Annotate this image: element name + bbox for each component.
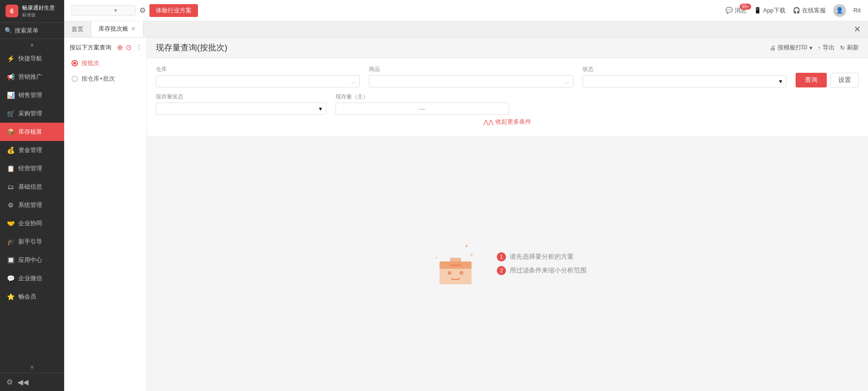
- search-btn-area: 查询 设置: [796, 73, 859, 87]
- print-icon: 🖨: [770, 44, 776, 51]
- sidebar-item-operation[interactable]: 📋经营管理: [0, 159, 64, 178]
- online-service-btn[interactable]: 🎧 在线客服: [793, 6, 826, 15]
- stock-status-input[interactable]: [160, 105, 317, 112]
- page-title: 现存量查询(按批次): [156, 42, 227, 53]
- sidebar-item-sales[interactable]: 📊销售管理: [0, 86, 64, 104]
- empty-tip-1: 1 请先选择要分析的方案: [497, 252, 587, 261]
- warehouse-input[interactable]: [160, 78, 348, 85]
- filter-item-warehouse-batch[interactable]: 按仓库+批次: [64, 71, 146, 87]
- app-download-btn[interactable]: 📱 App下载: [754, 6, 786, 15]
- settings-button[interactable]: 设置: [830, 73, 859, 87]
- stock-qty-min-input[interactable]: [340, 105, 417, 112]
- search-row-2: 现存量状态 ▾ 现存量（主） —: [156, 93, 859, 115]
- quick-nav-icon: ⚡: [6, 54, 15, 63]
- tab-bar: 首页 库存批次账 ✕ ✕: [64, 21, 868, 38]
- basic-icon: 🗂: [6, 183, 15, 191]
- content-area: 按以下方案查询 ⊕ ⊙ 《 按批次 按仓库+批次 现存量查询(按批次): [64, 38, 868, 391]
- sidebar-item-apps[interactable]: 🔲应用中心: [0, 251, 64, 269]
- status-select[interactable]: ▾: [582, 75, 786, 87]
- collapse-filter-icon[interactable]: 《: [134, 43, 141, 52]
- sidebar-item-quick-nav[interactable]: ⚡快捷导航: [0, 49, 64, 68]
- stock-status-dropdown-icon[interactable]: ▾: [319, 105, 322, 112]
- sidebar-item-label: 新手引导: [18, 238, 42, 246]
- user-icon: 👤: [836, 7, 843, 14]
- sidebar-search[interactable]: 🔍 搜索菜单: [0, 23, 64, 39]
- empty-tip-2: 2 用过滤条件来缩小分析范围: [497, 266, 587, 275]
- stock-status-select[interactable]: ▾: [156, 103, 326, 115]
- query-area: 现存量查询(按批次) 🖨 按模板打印 ▾ ↑ 导出 ↻ 刷新: [147, 38, 868, 391]
- sidebar-brand: 畅康通好生意 标准版: [22, 5, 55, 18]
- settings-icon[interactable]: ⚙: [6, 378, 13, 386]
- query-header-actions: 🖨 按模板打印 ▾ ↑ 导出 ↻ 刷新: [770, 43, 859, 52]
- warehouse-more-icon[interactable]: ...: [351, 78, 356, 85]
- sales-icon: 📊: [6, 91, 15, 99]
- print-dropdown-icon[interactable]: ▾: [809, 44, 813, 51]
- filter-panel-title: 按以下方案查询: [70, 43, 111, 52]
- collapse-sidebar-btn[interactable]: ◀◀: [17, 378, 28, 386]
- sidebar-item-basic[interactable]: 🗂基础信息: [0, 178, 64, 196]
- tab-home[interactable]: 首页: [64, 21, 91, 37]
- headset-icon: 🎧: [793, 7, 800, 14]
- experience-industry-button[interactable]: 体验行业方案: [149, 4, 198, 17]
- sidebar-item-inventory[interactable]: 📦库存核算: [0, 123, 64, 141]
- svg-text:✦: ✦: [469, 252, 474, 258]
- tab-close-icon[interactable]: ✕: [131, 26, 136, 32]
- stock-qty-max-input[interactable]: [428, 105, 505, 112]
- sidebar-item-member[interactable]: ⭐畅会员: [0, 288, 64, 306]
- export-button[interactable]: ↑ 导出: [818, 43, 835, 52]
- warehouse-input-wrap[interactable]: ...: [156, 75, 360, 87]
- message-badge: 99+: [740, 4, 751, 10]
- product-input[interactable]: [373, 78, 561, 85]
- print-button[interactable]: 🖨 按模板打印 ▾: [770, 43, 813, 52]
- status-label: 状态: [582, 65, 786, 73]
- message-icon: 💬: [725, 7, 733, 14]
- sidebar-item-label: 畅会员: [18, 293, 36, 301]
- search-row-1: 仓库 ... 商品 ...: [156, 65, 859, 87]
- sidebar-scroll-up[interactable]: ▲: [0, 39, 64, 49]
- topbar-search-input[interactable]: [76, 7, 112, 14]
- sidebar-item-newbie[interactable]: 🎓新手引导: [0, 233, 64, 251]
- search-icon: 🔍: [5, 27, 12, 34]
- filter-item-batch[interactable]: 按批次: [64, 55, 146, 71]
- purchase-icon: 🛒: [6, 109, 15, 118]
- sidebar: 6 畅康通好生意 标准版 🔍 搜索菜单 ▲ ⚡快捷导航📢营销推广📊销售管理🛒采购…: [0, 0, 64, 391]
- collapse-more-btn[interactable]: ⋀⋀ 收起更多条件: [156, 115, 859, 129]
- sidebar-item-label: 基础信息: [18, 183, 42, 191]
- sidebar-item-label: 资金管理: [18, 146, 42, 154]
- tab-batch[interactable]: 库存批次账 ✕: [91, 21, 143, 37]
- sidebar-item-wechat[interactable]: 💬企业微信: [0, 269, 64, 288]
- product-input-wrap[interactable]: ...: [369, 75, 573, 87]
- sidebar-item-label: 销售管理: [18, 91, 42, 99]
- sidebar-item-finance[interactable]: 💰资金管理: [0, 141, 64, 159]
- sidebar-item-marketing[interactable]: 📢营销推广: [0, 68, 64, 86]
- refresh-button[interactable]: ↻ 刷新: [840, 43, 859, 52]
- query-button[interactable]: 查询: [796, 73, 827, 87]
- collapse-up-icon: ⋀⋀: [483, 119, 494, 125]
- sidebar-item-system[interactable]: ⚙系统管理: [0, 196, 64, 214]
- status-dropdown-icon[interactable]: ▾: [779, 78, 782, 85]
- sidebar-item-label: 经营管理: [18, 164, 42, 173]
- svg-point-4: [448, 271, 451, 275]
- settings-filter-icon[interactable]: ⊙: [126, 43, 132, 52]
- sidebar-item-purchase[interactable]: 🛒采购管理: [0, 104, 64, 123]
- sidebar-item-enterprise[interactable]: 🤝企业协同: [0, 214, 64, 233]
- stock-qty-input-wrap[interactable]: —: [335, 103, 509, 115]
- topbar-search-box[interactable]: ▾: [71, 5, 136, 16]
- topbar-left: ▾ ⚙ 体验行业方案: [71, 4, 721, 17]
- empty-state: ✦ ✦ ✦ 1 请先选择要分析的方案 2 用过滤条件来缩小分析范围: [147, 136, 868, 391]
- add-filter-icon[interactable]: ⊕: [117, 43, 123, 52]
- member-icon: ⭐: [6, 293, 15, 301]
- sidebar-scroll-down[interactable]: ▼: [0, 362, 64, 373]
- message-btn[interactable]: 💬 消息 99+: [725, 6, 747, 15]
- search-dropdown-icon[interactable]: ▾: [114, 7, 117, 14]
- product-more-icon[interactable]: ...: [565, 78, 569, 85]
- status-input[interactable]: [587, 78, 777, 85]
- avatar[interactable]: 👤: [833, 4, 846, 17]
- tab-panel-close-btn[interactable]: ✕: [846, 24, 868, 34]
- empty-icon: ✦ ✦ ✦: [428, 236, 483, 291]
- stock-status-label: 现存量状态: [156, 93, 326, 101]
- topbar-gear-icon[interactable]: ⚙: [139, 6, 146, 15]
- filter-panel-header: 按以下方案查询 ⊕ ⊙ 《: [64, 43, 146, 55]
- sidebar-nav: ⚡快捷导航📢营销推广📊销售管理🛒采购管理📦库存核算💰资金管理📋经营管理🗂基础信息…: [0, 49, 64, 362]
- sidebar-item-label: 营销推广: [18, 73, 42, 81]
